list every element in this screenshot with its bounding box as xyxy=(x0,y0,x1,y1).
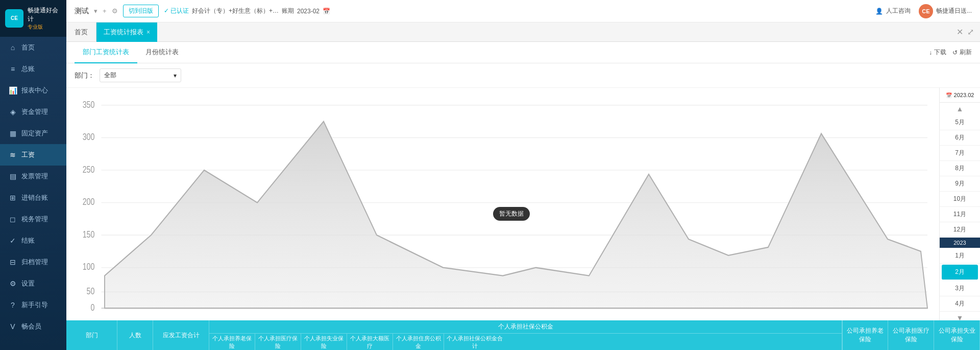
svg-text:0: 0 xyxy=(91,303,95,313)
subtab-dept[interactable]: 部门工资统计表 xyxy=(75,42,137,63)
chart-tooltip: 暂无数据 xyxy=(493,207,530,221)
th-total-salary: 应发工资合计 xyxy=(153,320,209,350)
rp-month-10[interactable]: 10月 xyxy=(940,192,980,207)
tab-home[interactable]: 首页 xyxy=(66,22,96,42)
settings-icon: ⚙ xyxy=(8,279,17,288)
table-header: 部门 人数 应发工资合计 个人承担社保公积金 个人承担养老保险 个人承担医疗保险… xyxy=(66,320,980,350)
th-personal-large-medical: 个人承担大额医疗 xyxy=(347,334,393,350)
th-group-title: 个人承担社保公积金 xyxy=(209,320,842,334)
app-edition: 专业版 xyxy=(28,24,61,31)
rp-month-9[interactable]: 9月 xyxy=(940,176,980,192)
topbar-badges: ✓ 已认证 好会计（专）+好生意（标）+… 账期 2023-02 📅 xyxy=(164,7,330,15)
svg-text:300: 300 xyxy=(83,132,95,142)
rp-month-2[interactable]: 2月 xyxy=(942,265,978,280)
topbar-right: 👤 人工咨询 CE 畅捷通日送... xyxy=(875,4,972,18)
rp-month-1[interactable]: 1月 xyxy=(940,248,980,264)
sidebar-item-settings[interactable]: ⚙ 设置 xyxy=(0,273,66,294)
rp-month-12[interactable]: 12月 xyxy=(940,222,980,238)
download-button[interactable]: ↓ 下载 xyxy=(929,48,946,57)
th-personal-pension: 个人承担养老保险 xyxy=(209,334,255,350)
svg-text:350: 350 xyxy=(83,100,95,109)
member-icon: V xyxy=(8,322,17,331)
assets-icon: ▦ xyxy=(8,129,17,137)
sidebar-item-tax[interactable]: ◻ 税务管理 xyxy=(0,208,66,230)
rp-nav-down[interactable]: ▼ xyxy=(940,312,980,320)
th-personal-housing-fund: 个人承担住房公积金 xyxy=(393,334,444,350)
rp-year: 📅 2023.02 xyxy=(940,88,980,103)
dept-select[interactable]: 全部 ▾ xyxy=(100,68,181,82)
sales-icon: ⊞ xyxy=(8,194,17,202)
sidebar-item-sales[interactable]: ⊞ 进销台账 xyxy=(0,187,66,208)
sidebar-item-home[interactable]: ⌂ 首页 xyxy=(0,37,66,58)
sidebar-item-assets[interactable]: ▦ 固定资产 xyxy=(0,123,66,144)
filterbar: 部门： 全部 ▾ xyxy=(66,63,980,88)
tab-salary-report[interactable]: 工资统计报表 × xyxy=(96,22,157,42)
rp-nav-up[interactable]: ▲ xyxy=(940,103,980,115)
sidebar-label-settings: 设置 xyxy=(21,279,35,288)
ledger-icon: ≡ xyxy=(8,65,17,73)
chart-container: 350 300 250 200 150 100 50 0 xyxy=(71,93,934,320)
rp-month-8[interactable]: 8月 xyxy=(940,161,980,176)
refresh-button[interactable]: ↺ 刷新 xyxy=(952,48,972,57)
user-avatar: CE xyxy=(919,4,933,18)
period-value: 2023-02 xyxy=(297,8,320,15)
calendar-icon[interactable]: 📅 xyxy=(323,8,330,15)
sidebar-label-archive: 归档管理 xyxy=(21,258,48,267)
app-name: 畅捷通好会计 xyxy=(28,6,61,24)
svg-text:250: 250 xyxy=(83,165,95,174)
sidebar-item-guide[interactable]: ? 新手引导 xyxy=(0,294,66,316)
sidebar-item-invoice[interactable]: ▤ 发票管理 xyxy=(0,166,66,187)
sidebar-label-tax: 税务管理 xyxy=(21,215,48,224)
topbar-title: 测试 xyxy=(75,7,89,16)
right-panel: 📅 2023.02 ▲ 5月 6月 7月 8月 9月 10月 11月 12月 2… xyxy=(939,88,980,320)
th-company-medical: 公司承担医疗保险 xyxy=(888,320,934,350)
tabbar: 首页 工资统计报表 × ✕ ⤢ xyxy=(66,22,980,42)
sidebar-item-member[interactable]: V 畅会员 xyxy=(0,316,66,337)
th-dept: 部门 xyxy=(66,320,117,350)
rp-month-4[interactable]: 4月 xyxy=(940,296,980,312)
tab-panel-close-icon[interactable]: ✕ xyxy=(957,27,963,37)
rp-month-11[interactable]: 11月 xyxy=(940,207,980,222)
svg-text:50: 50 xyxy=(87,287,95,296)
th-personal-medical: 个人承担医疗保险 xyxy=(255,334,301,350)
certified-badge: ✓ 已认证 xyxy=(164,7,189,15)
th-company-pension: 公司承担养老保险 xyxy=(842,320,888,350)
th-personal-unemployment: 个人承担失业保险 xyxy=(301,334,347,350)
rp-month-3[interactable]: 3月 xyxy=(940,281,980,296)
topbar-add-icon[interactable]: + xyxy=(103,7,107,15)
th-group-cells: 个人承担养老保险 个人承担医疗保险 个人承担失业保险 个人承担大额医疗 个人承担… xyxy=(209,334,842,350)
sidebar-label-assets: 固定资产 xyxy=(21,129,48,138)
chevron-down-icon: ▾ xyxy=(174,72,177,79)
sidebar-item-ledger[interactable]: ≡ 总账 xyxy=(0,58,66,80)
rp-month-6[interactable]: 6月 xyxy=(940,130,980,146)
topbar: 测试 ▾ + ⚙ 切到旧版 ✓ 已认证 好会计（专）+好生意（标）+… 账期 2… xyxy=(66,0,980,22)
help-button[interactable]: 👤 人工咨询 xyxy=(875,7,911,15)
period-label: 账期 xyxy=(282,7,294,15)
rp-month-5[interactable]: 5月 xyxy=(940,115,980,130)
content-area: 部门工资统计表 月份统计表 ↓ 下载 ↺ 刷新 部门： 全部 ▾ xyxy=(66,42,980,350)
sidebar-item-reports[interactable]: 📊 报表中心 xyxy=(0,80,66,101)
sidebar-label-ledger: 总账 xyxy=(21,64,35,74)
home-icon: ⌂ xyxy=(8,43,17,52)
tax-icon: ◻ xyxy=(8,215,17,223)
tab-panel-expand-icon[interactable]: ⤢ xyxy=(967,27,974,37)
invoice-icon: ▤ xyxy=(8,172,17,180)
tab-close-icon[interactable]: × xyxy=(146,29,150,36)
rp-year-2023[interactable]: 2023 xyxy=(940,238,980,248)
sidebar-label-checkout: 结账 xyxy=(21,236,35,245)
sidebar-label-reports: 报表中心 xyxy=(21,86,48,95)
sidebar-label-funds: 资金管理 xyxy=(21,107,48,116)
subtab-monthly[interactable]: 月份统计表 xyxy=(137,42,187,63)
sidebar-item-salary[interactable]: ≋ 工资 xyxy=(0,144,66,166)
sidebar-item-checkout[interactable]: ✓ 结账 xyxy=(0,230,66,251)
switch-old-button[interactable]: 切到旧版 xyxy=(123,5,159,17)
sidebar-label-member: 畅会员 xyxy=(21,322,41,331)
rp-month-7[interactable]: 7月 xyxy=(940,146,980,161)
tags-badge: 好会计（专）+好生意（标）+… xyxy=(192,7,279,15)
download-icon: ↓ xyxy=(929,49,932,56)
sidebar-item-archive[interactable]: ⊟ 归档管理 xyxy=(0,251,66,273)
calendar-small-icon: 📅 xyxy=(946,92,952,98)
topbar-gear-icon[interactable]: ⚙ xyxy=(112,7,118,15)
sidebar-item-funds[interactable]: ◈ 资金管理 xyxy=(0,101,66,123)
dept-filter-label: 部门： xyxy=(75,71,94,80)
